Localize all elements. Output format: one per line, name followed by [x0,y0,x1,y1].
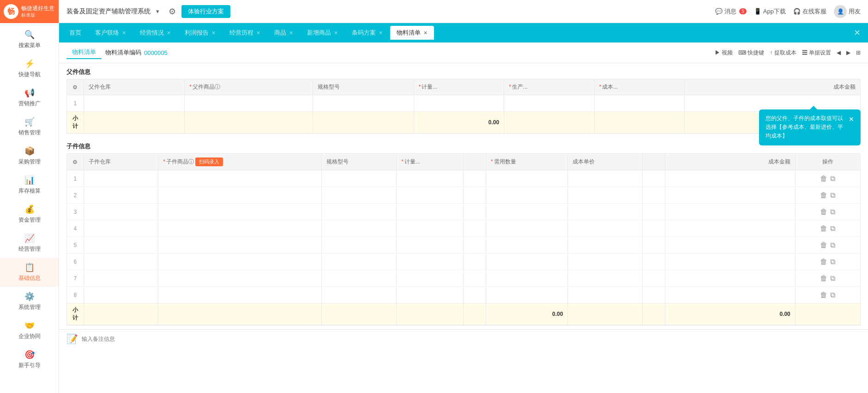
child-spec-5[interactable] [322,237,397,254]
child-unit-4[interactable] [397,220,464,237]
child-unit-6[interactable] [397,254,464,270]
child-goods-1[interactable] [158,170,322,187]
action-cost[interactable]: ↑ 提取成本 [770,49,796,57]
delete-btn-8[interactable]: 🗑 [820,291,827,299]
delete-btn-5[interactable]: 🗑 [820,241,827,249]
parent-spec-cell[interactable] [313,95,414,112]
child-unit-7[interactable] [397,270,464,287]
sidebar-item-basic[interactable]: 📋 基础信息 [0,258,59,287]
child-qty-3[interactable] [486,204,568,220]
tab-home[interactable]: 首页 [63,26,88,40]
child-price-8[interactable] [568,287,643,303]
copy-btn-3[interactable]: ⧉ [830,208,835,216]
delete-btn-4[interactable]: 🗑 [820,224,827,233]
child-warehouse-8[interactable] [84,287,158,303]
tab-operation[interactable]: 经营情况✕ [133,26,177,40]
copy-btn-2[interactable]: ⧉ [830,191,835,200]
nav-next[interactable]: ▶ [846,49,850,56]
copy-btn-4[interactable]: ⧉ [830,224,835,233]
child-spec-1[interactable] [322,170,397,187]
child-warehouse-5[interactable] [84,237,158,254]
child-qty-5[interactable] [486,237,568,254]
tab-goods-close[interactable]: ✕ [289,30,293,36]
sidebar-item-purchase[interactable]: 📦 采购管理 [0,141,59,170]
sidebar-item-inventory[interactable]: 📊 库存核算 [0,170,59,200]
tab-bom[interactable]: 物料清单✕ [390,26,434,40]
view-toggle[interactable]: ⊞ [856,49,861,56]
tab-customer-close[interactable]: ✕ [122,30,126,36]
scan-btn[interactable]: 扫码录入 [195,157,223,166]
parent-goods-cell[interactable] [185,95,313,112]
child-unit-8[interactable] [397,287,464,303]
sidebar-item-sales[interactable]: 🛒 销售管理 [0,112,59,141]
copy-btn-6[interactable]: ⧉ [830,258,835,266]
child-warehouse-4[interactable] [84,220,158,237]
child-warehouse-1[interactable] [84,170,158,187]
child-price-2[interactable] [568,187,643,204]
child-spec-8[interactable] [322,287,397,303]
sub-tab-bom[interactable]: 物料清单 [66,46,102,59]
parent-warehouse-cell[interactable] [84,95,185,112]
delete-btn-2[interactable]: 🗑 [820,191,827,200]
parent-cost-cell[interactable] [594,95,684,112]
child-unit-3[interactable] [397,204,464,220]
copy-btn-1[interactable]: ⧉ [830,175,835,183]
child-price-6[interactable] [568,254,643,270]
child-price-1[interactable] [568,170,643,187]
child-warehouse-6[interactable] [84,254,158,270]
tab-goods[interactable]: 商品✕ [268,26,300,40]
child-goods-3[interactable] [158,204,322,220]
child-goods-6[interactable] [158,254,322,270]
online-service-item[interactable]: 🎧 在线客服 [793,7,826,16]
user-item[interactable]: 👤 用友 [834,5,861,18]
tab-history-close[interactable]: ✕ [256,30,260,36]
action-shortcut[interactable]: ⌨ 快捷键 [738,49,764,57]
trial-button[interactable]: 体验行业方案 [181,5,230,18]
child-warehouse-2[interactable] [84,187,158,204]
sidebar-item-marketing[interactable]: 📢 营销推广 [0,83,59,112]
message-item[interactable]: 💬 消息 5 [715,7,747,16]
dropdown-arrow[interactable]: ▾ [156,8,159,15]
tab-barcode[interactable]: 条码方案✕ [345,26,389,40]
app-download-item[interactable]: 📱 App下载 [754,7,786,16]
tab-customer[interactable]: 客户联络✕ [89,26,133,40]
delete-btn-7[interactable]: 🗑 [820,274,827,283]
child-unit-5[interactable] [397,237,464,254]
sidebar-item-management[interactable]: 📈 经营管理 [0,229,59,258]
parent-unit-cell[interactable] [414,95,504,112]
child-price-3[interactable] [568,204,643,220]
child-unit-1[interactable] [397,170,464,187]
note-input[interactable] [82,336,861,342]
sidebar-item-system[interactable]: ⚙️ 系统管理 [0,287,59,316]
child-spec-2[interactable] [322,187,397,204]
child-warehouse-7[interactable] [84,270,158,287]
tab-new-goods-close[interactable]: ✕ [334,30,338,36]
child-qty-1[interactable] [486,170,568,187]
child-goods-2[interactable] [158,187,322,204]
child-qty-4[interactable] [486,220,568,237]
copy-btn-7[interactable]: ⧉ [830,274,835,283]
child-goods-7[interactable] [158,270,322,287]
child-goods-4[interactable] [158,220,322,237]
child-price-5[interactable] [568,237,643,254]
child-qty-8[interactable] [486,287,568,303]
tab-operation-close[interactable]: ✕ [167,30,171,36]
child-unit-2[interactable] [397,187,464,204]
child-price-4[interactable] [568,220,643,237]
child-spec-4[interactable] [322,220,397,237]
tooltip-close[interactable]: ✕ [849,114,854,124]
child-qty-7[interactable] [486,270,568,287]
child-price-7[interactable] [568,270,643,287]
sidebar-item-collab[interactable]: 🤝 企业协同 [0,316,59,345]
delete-btn-1[interactable]: 🗑 [820,175,827,183]
copy-btn-8[interactable]: ⧉ [830,291,835,299]
tab-profit[interactable]: 利润报告✕ [178,26,222,40]
settings-icon[interactable]: ⚙ [169,6,176,17]
child-spec-7[interactable] [322,270,397,287]
tab-bom-close[interactable]: ✕ [423,30,428,36]
child-spec-6[interactable] [322,254,397,270]
tab-history[interactable]: 经营历程✕ [223,26,267,40]
action-settings[interactable]: ☰ 单据设置 [802,49,831,57]
nav-close-all[interactable]: ✕ [850,28,864,38]
copy-btn-5[interactable]: ⧉ [830,241,835,249]
